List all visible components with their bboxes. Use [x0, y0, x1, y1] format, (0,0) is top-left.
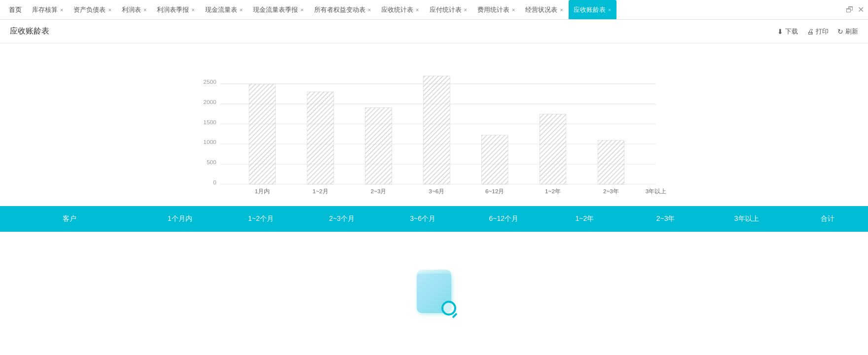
page-header: 应收账龄表 ⬇ 下载 🖨 打印 ↻ 刷新 — [0, 20, 868, 43]
chart-container: 0 500 1000 1500 2000 2500 — [15, 53, 853, 201]
svg-rect-15 — [307, 92, 334, 184]
svg-rect-25 — [598, 141, 624, 184]
th-6-12month: 6~12个月 — [463, 214, 544, 223]
close-icon[interactable]: × — [108, 7, 111, 13]
svg-text:3年以上: 3年以上 — [646, 188, 667, 194]
svg-text:3~6月: 3~6月 — [429, 188, 444, 194]
download-icon: ⬇ — [777, 28, 783, 36]
tab-payable-stat[interactable]: 应付统计表 × — [425, 0, 472, 20]
th-3-6month: 3~6个月 — [382, 214, 463, 223]
svg-text:1000: 1000 — [203, 139, 217, 145]
close-icon[interactable]: × — [368, 7, 371, 13]
empty-state — [0, 232, 868, 355]
svg-text:1月内: 1月内 — [255, 188, 270, 194]
tab-home[interactable]: 首页 — [4, 0, 27, 20]
close-icon[interactable]: × — [560, 7, 563, 13]
tab-bar: 首页 库存核算 × 资产负债表 × 利润表 × 利润表季报 × 现金流量表 × … — [0, 0, 868, 20]
close-icon[interactable]: × — [191, 7, 194, 13]
svg-rect-21 — [481, 135, 508, 184]
tab-aging[interactable]: 应收账龄表 × — [569, 0, 616, 20]
close-icon[interactable]: × — [464, 7, 467, 13]
tab-inventory[interactable]: 库存核算 × — [27, 0, 69, 20]
svg-text:2500: 2500 — [203, 78, 217, 85]
close-icon[interactable]: × — [512, 7, 515, 13]
th-total: 合计 — [787, 214, 868, 223]
tab-operation[interactable]: 经营状况表 × — [520, 0, 568, 20]
close-icon[interactable]: × — [60, 7, 63, 13]
close-icon[interactable]: × — [608, 7, 611, 13]
th-customer: 客户 — [0, 214, 140, 223]
th-2-3year: 2~3年 — [625, 214, 706, 223]
svg-rect-23 — [540, 114, 566, 184]
svg-text:1~2年: 1~2年 — [545, 188, 561, 194]
svg-text:2~3月: 2~3月 — [371, 188, 387, 194]
svg-text:0: 0 — [213, 179, 217, 185]
th-1-2month: 1~2个月 — [220, 214, 301, 223]
tab-balance-sheet[interactable]: 资产负债表 × — [69, 0, 116, 20]
table-header: 客户 1个月内 1~2个月 2~3个月 3~6个月 6~12个月 1~2年 2~… — [0, 206, 868, 232]
empty-illustration — [409, 269, 459, 318]
svg-text:6~12月: 6~12月 — [485, 188, 505, 194]
print-icon: 🖨 — [807, 28, 814, 36]
svg-text:1500: 1500 — [203, 119, 217, 125]
close-icon[interactable]: × — [300, 7, 303, 13]
tab-profit[interactable]: 利润表 × — [117, 0, 152, 20]
svg-text:2000: 2000 — [203, 99, 217, 105]
svg-text:500: 500 — [207, 159, 217, 165]
chart-area: 0 500 1000 1500 2000 2500 — [0, 43, 868, 206]
tab-equity[interactable]: 所有者权益变动表 × — [309, 0, 376, 20]
th-1month: 1个月内 — [140, 214, 220, 223]
tab-expense-stat[interactable]: 费用统计表 × — [472, 0, 520, 20]
svg-rect-17 — [365, 107, 392, 184]
restore-button[interactable]: 🗗 — [846, 5, 854, 14]
main-content: 0 500 1000 1500 2000 2500 — [0, 43, 868, 355]
page-title: 应收账龄表 — [10, 26, 49, 36]
header-actions: ⬇ 下载 🖨 打印 ↻ 刷新 — [777, 27, 858, 36]
svg-text:2~3年: 2~3年 — [603, 188, 619, 194]
close-button[interactable]: ✕ — [858, 5, 864, 14]
close-icon[interactable]: × — [416, 7, 419, 13]
th-3plus-year: 3年以上 — [706, 214, 787, 223]
th-1-2year: 1~2年 — [544, 214, 625, 223]
print-button[interactable]: 🖨 打印 — [807, 27, 829, 36]
tab-cashflow[interactable]: 现金流量表 × — [200, 0, 248, 20]
tab-receivable-stat[interactable]: 应收统计表 × — [376, 0, 424, 20]
tab-profit-quarterly[interactable]: 利润表季报 × — [152, 0, 200, 20]
refresh-button[interactable]: ↻ 刷新 — [837, 27, 858, 36]
svg-text:1~2月: 1~2月 — [313, 188, 328, 194]
tab-cashflow-quarterly[interactable]: 现金流量表季报 × — [248, 0, 309, 20]
bar-chart: 0 500 1000 1500 2000 2500 — [15, 53, 853, 201]
close-icon[interactable]: × — [240, 7, 243, 13]
window-controls: 🗗 ✕ — [841, 5, 864, 14]
download-button[interactable]: ⬇ 下载 — [777, 27, 798, 36]
refresh-icon: ↻ — [837, 28, 843, 36]
magnifier-icon — [441, 301, 456, 316]
close-icon[interactable]: × — [144, 7, 146, 13]
th-2-3month: 2~3个月 — [301, 214, 382, 223]
svg-rect-13 — [249, 84, 276, 184]
svg-rect-19 — [424, 76, 450, 184]
